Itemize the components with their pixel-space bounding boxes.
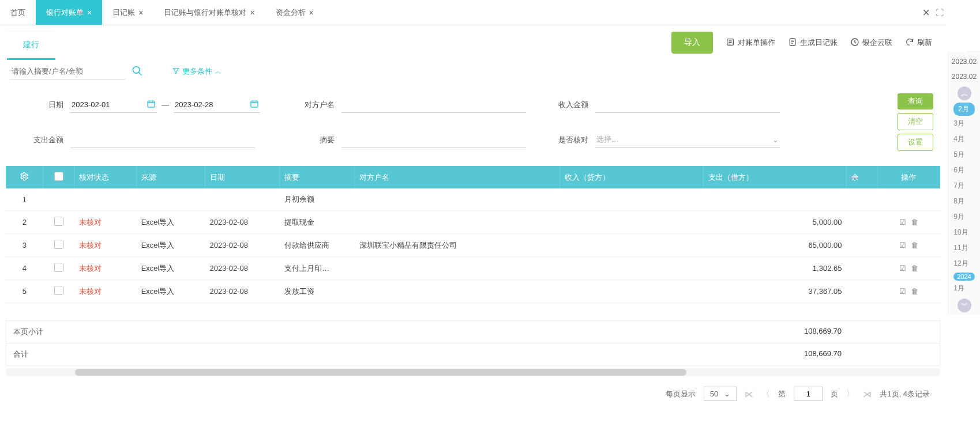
row-ops: ☑🗑 <box>877 257 940 280</box>
expense-input[interactable] <box>70 132 255 148</box>
date-rail: 2023.02 2023.02 ︽ 2月3月4月5月6月7月8月9月10月11月… <box>948 52 980 315</box>
check-icon[interactable]: ☑ <box>899 241 906 250</box>
table-row[interactable]: 5未核对Excel导入2023-02-08发放工资37,367.05☑🗑 <box>6 280 940 303</box>
income-input[interactable] <box>595 97 780 113</box>
row-party <box>355 280 560 303</box>
party-label: 对方户名 <box>284 100 341 110</box>
search-icon[interactable] <box>132 65 143 78</box>
delete-icon[interactable]: 🗑 <box>911 218 918 226</box>
grand-total-label: 合计 <box>6 343 76 365</box>
summary-input[interactable] <box>341 132 526 148</box>
table-row[interactable]: 2未核对Excel导入2023-02-08提取现金5,000.00☑🗑 <box>6 211 940 234</box>
row-summary: 支付上月印… <box>280 257 355 280</box>
filter-expense: 支出金额 <box>13 129 284 151</box>
row-checkbox[interactable] <box>43 280 74 303</box>
statement-ops-link[interactable]: 对账单操作 <box>726 37 775 48</box>
rail-month[interactable]: 6月 <box>953 163 974 178</box>
refresh-link[interactable]: 刷新 <box>905 37 932 48</box>
tab-reconcile[interactable]: 日记账与银行对账单核对× <box>153 0 265 25</box>
page-input[interactable] <box>794 387 823 401</box>
next-page-icon[interactable]: 〉 <box>846 388 855 399</box>
svg-rect-5 <box>251 101 258 107</box>
row-summary: 付款给供应商 <box>280 234 355 257</box>
calendar-icon[interactable] <box>147 99 156 110</box>
row-date: 2023-02-08 <box>205 211 280 234</box>
calendar-icon[interactable] <box>250 99 259 110</box>
fullscreen-icon[interactable]: ⛶ <box>936 0 944 25</box>
rail-month[interactable]: 7月 <box>953 178 974 194</box>
bank-cloud-link[interactable]: 银企云联 <box>850 37 892 48</box>
rail-month[interactable]: 3月 <box>953 116 974 131</box>
close-icon[interactable]: × <box>250 8 254 17</box>
tab-bank-statement[interactable]: 银行对账单× <box>36 0 102 25</box>
row-status: 未核对 <box>74 280 137 303</box>
verified-select[interactable]: 选择… ⌄ <box>595 132 780 148</box>
scrollbar-thumb[interactable] <box>75 369 686 376</box>
rail-month[interactable]: 4月 <box>953 131 974 147</box>
table-row[interactable]: 1月初余额 <box>6 188 940 211</box>
row-checkbox[interactable] <box>43 234 74 257</box>
row-checkbox[interactable] <box>43 188 74 211</box>
close-all-icon[interactable]: × <box>922 0 930 25</box>
chevron-down-icon: ⌄ <box>772 135 779 144</box>
last-page-icon[interactable]: ⋊ <box>863 389 872 399</box>
search-input[interactable] <box>10 63 126 80</box>
date-from-input[interactable]: 2023-02-01 <box>70 97 157 113</box>
delete-icon[interactable]: 🗑 <box>911 241 918 250</box>
svg-rect-4 <box>148 101 155 107</box>
query-button[interactable]: 查询 <box>898 93 933 109</box>
table-row[interactable]: 4未核对Excel导入2023-02-08支付上月印…1,302.65☑🗑 <box>6 257 940 280</box>
statement-table: 核对状态 来源 日期 摘要 对方户名 收入（贷方） 支出（借方） 余 操作 1月… <box>6 166 940 303</box>
row-index: 5 <box>6 280 43 303</box>
delete-icon[interactable]: 🗑 <box>911 264 918 273</box>
row-expense: 65,000.00 <box>703 234 846 257</box>
import-button[interactable]: 导入 <box>671 32 713 54</box>
row-source: Excel导入 <box>137 234 205 257</box>
check-icon[interactable]: ☑ <box>899 287 906 296</box>
delete-icon[interactable]: 🗑 <box>911 287 918 296</box>
tab-home[interactable]: 首页 <box>0 0 36 25</box>
tab-fund-analysis[interactable]: 资金分析× <box>265 0 324 25</box>
row-expense: 5,000.00 <box>703 211 846 234</box>
prev-page-icon[interactable]: 〈 <box>761 388 770 399</box>
summary-label: 摘要 <box>284 135 341 145</box>
checkbox-header[interactable] <box>43 166 74 188</box>
tab-journal[interactable]: 日记账× <box>102 0 153 25</box>
rail-month[interactable]: 1月 <box>953 281 974 296</box>
row-summary: 月初余额 <box>280 188 355 211</box>
date-to-input[interactable]: 2023-02-28 <box>174 97 260 113</box>
settings-button[interactable]: 设置 <box>898 134 933 151</box>
more-label: 更多条件 <box>182 66 212 77</box>
close-icon[interactable]: × <box>87 8 92 17</box>
rail-month[interactable]: 11月 <box>953 240 974 256</box>
more-filters-toggle[interactable]: 更多条件 ︿ <box>172 66 222 77</box>
rail-month[interactable]: 12月 <box>953 256 974 271</box>
scroll-up-icon[interactable]: ︽ <box>958 86 971 100</box>
top-tabs: 首页 银行对账单× 日记账× 日记账与银行对账单核对× 资金分析× × ⛶ <box>0 0 946 25</box>
close-icon[interactable]: × <box>309 8 314 17</box>
close-icon[interactable]: × <box>138 8 143 17</box>
rail-month[interactable]: 5月 <box>953 147 974 163</box>
search-bar: 更多条件 ︿ <box>0 60 946 83</box>
filter-income: 收入金额 <box>538 93 791 116</box>
table-row[interactable]: 3未核对Excel导入2023-02-08付款给供应商深圳联宝小精品有限责任公司… <box>6 234 940 257</box>
rail-month[interactable]: 8月 <box>953 194 974 209</box>
rail-month[interactable]: 2月 <box>953 103 974 116</box>
rail-month[interactable]: 9月 <box>953 209 974 225</box>
party-input[interactable] <box>341 97 526 113</box>
scroll-down-icon[interactable]: ︾ <box>958 298 971 312</box>
generate-journal-link[interactable]: 生成日记账 <box>788 37 838 48</box>
horizontal-scrollbar[interactable] <box>6 368 940 376</box>
per-page-select[interactable]: 50 ⌄ <box>704 387 737 401</box>
rail-month[interactable]: 10月 <box>953 225 974 240</box>
clear-button[interactable]: 清空 <box>898 113 933 130</box>
col-party: 对方户名 <box>355 166 560 188</box>
check-icon[interactable]: ☑ <box>899 264 906 273</box>
check-icon[interactable]: ☑ <box>899 218 906 226</box>
gear-header[interactable] <box>6 166 43 188</box>
filter-date: 日期 2023-02-01 — 2023-02-28 <box>13 93 284 116</box>
account-tab-ccb[interactable]: 建行 <box>7 32 55 60</box>
row-checkbox[interactable] <box>43 211 74 234</box>
row-checkbox[interactable] <box>43 257 74 280</box>
first-page-icon[interactable]: ⋉ <box>745 389 753 399</box>
